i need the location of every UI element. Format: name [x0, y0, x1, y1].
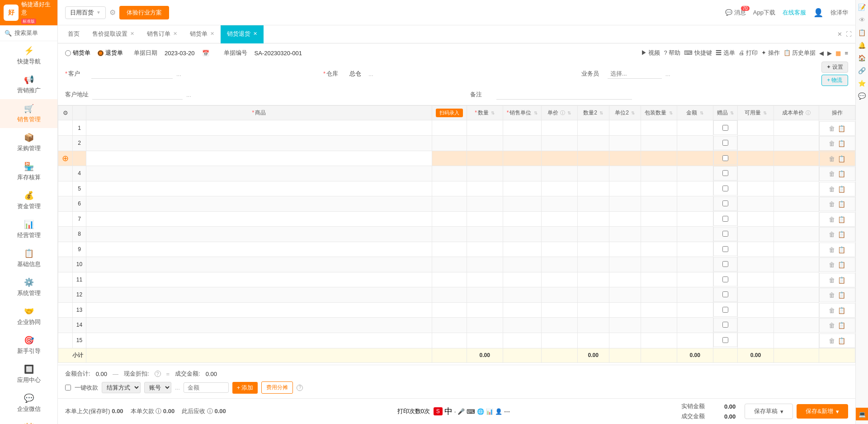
account-no-select[interactable]: 账号 [144, 382, 171, 393]
copy-icon-12[interactable]: 📋 [838, 291, 845, 299]
wuliu-button[interactable]: + 物流 [821, 75, 848, 86]
delete-icon-11[interactable]: 🗑 [829, 276, 835, 284]
sidebar-item-cooperation[interactable]: 🤝 企业协同 [0, 302, 57, 331]
gift-checkbox-12[interactable] [722, 291, 728, 297]
right-icon-5[interactable]: 🏠 [858, 54, 866, 62]
gift-checkbox-7[interactable] [722, 216, 728, 222]
sort-unit-icon[interactable]: ⇅ [534, 110, 538, 115]
trial-button[interactable]: 体验行业方案 [119, 6, 169, 19]
gift-checkbox-3[interactable] [722, 155, 728, 161]
tab-home[interactable]: 首页 [61, 25, 86, 43]
customer-input[interactable] [91, 69, 173, 79]
cost-split-button[interactable]: 费用分摊 [261, 381, 293, 394]
delete-icon-14[interactable]: 🗑 [829, 322, 835, 329]
shortcut-btn[interactable]: ⌨ 快捷键 [684, 49, 712, 57]
close-all-icon[interactable]: ✕ [837, 31, 842, 38]
customer-picker-icon[interactable]: ... [176, 71, 181, 77]
right-bottom-icon[interactable]: 💻 [856, 408, 868, 420]
video-btn[interactable]: ▶ 视频 [641, 49, 660, 57]
address-picker-icon[interactable]: ... [186, 91, 191, 98]
amount-input[interactable] [184, 382, 229, 393]
prev-icon[interactable]: ◀ [819, 50, 824, 57]
delete-icon-9[interactable]: 🗑 [829, 246, 835, 253]
radio-sale[interactable]: 销货单 [65, 49, 90, 57]
sidebar-item-finance[interactable]: 💰 资金管理 [0, 186, 57, 215]
sort-price-icon[interactable]: ⇅ [567, 110, 571, 115]
delete-icon-15[interactable]: 🗑 [829, 337, 835, 344]
one-click-checkbox[interactable] [65, 385, 71, 391]
tab-close-return[interactable]: ✕ [253, 31, 257, 37]
address-input[interactable] [92, 90, 183, 100]
copy-icon-2[interactable]: 📋 [838, 140, 845, 147]
copy-icon-13[interactable]: 📋 [838, 307, 845, 314]
select-btn[interactable]: ☰ 选单 [716, 49, 735, 57]
sidebar-item-vip[interactable]: 👑 畅会员 [0, 418, 57, 424]
sort-pkg-icon[interactable]: ⇅ [669, 110, 673, 115]
copy-icon-9[interactable]: 📋 [838, 246, 845, 253]
gift-checkbox-5[interactable] [722, 186, 728, 191]
copy-icon-11[interactable]: 📋 [838, 276, 845, 284]
delete-icon-12[interactable]: 🗑 [829, 291, 835, 299]
save-draft-button[interactable]: 保存草稿 ▾ [745, 404, 793, 419]
print-btn[interactable]: 🖨 打印 [739, 49, 758, 57]
remark-input[interactable] [496, 90, 632, 100]
sidebar-item-system[interactable]: ⚙️ 系统管理 [0, 273, 57, 302]
copy-icon-3[interactable]: 📋 [838, 155, 845, 162]
online-service-link[interactable]: 在线客服 [783, 9, 806, 17]
view-icon1[interactable]: ▦ [835, 50, 841, 57]
save-new-button[interactable]: 保存&新增 ▾ [797, 404, 848, 419]
tab-close-order[interactable]: ✕ [173, 31, 177, 37]
message-button[interactable]: 💬 消息 70 [725, 9, 746, 17]
gift-checkbox-14[interactable] [722, 322, 728, 328]
account-picker-icon[interactable]: ... [175, 384, 180, 391]
account-method-select[interactable]: 结算方式 [102, 382, 141, 393]
gift-checkbox-4[interactable] [722, 170, 728, 176]
sidebar-item-newuser[interactable]: 🎯 新手引导 [0, 331, 57, 360]
copy-icon-15[interactable]: 📋 [838, 337, 845, 344]
tab-close-sales[interactable]: ✕ [210, 31, 214, 37]
sidebar-item-marketing[interactable]: 📢 营销推广 [0, 70, 57, 99]
tab-sales-order[interactable]: 销售订单 ✕ [141, 25, 184, 43]
tab-close-price[interactable]: ✕ [130, 31, 134, 37]
staff-input[interactable] [608, 69, 662, 79]
copy-icon-5[interactable]: 📋 [838, 186, 845, 193]
tab-sales-return[interactable]: 销货退货 ✕ [221, 25, 264, 43]
sidebar-item-purchase[interactable]: 📦 采购管理 [0, 128, 57, 157]
sidebar-item-sales[interactable]: 🛒 销售管理 [0, 99, 57, 128]
warehouse-picker-icon[interactable]: ... [368, 71, 373, 77]
setting-button[interactable]: ✦ 设置 [821, 62, 848, 73]
gift-checkbox-15[interactable] [722, 337, 728, 343]
tab-sales[interactable]: 销货单 ✕ [184, 25, 221, 43]
delete-icon-1[interactable]: 🗑 [829, 125, 835, 132]
sort-qty2-icon[interactable]: ⇅ [599, 110, 603, 115]
gift-checkbox-10[interactable] [722, 261, 728, 267]
tab-price-setting[interactable]: 售价提取设置 ✕ [86, 25, 141, 43]
delete-icon-6[interactable]: 🗑 [829, 200, 835, 208]
sidebar-item-wechat[interactable]: 💬 企业微信 [0, 389, 57, 418]
maximize-icon[interactable]: ⛶ [846, 31, 852, 38]
scan-button[interactable]: 扫码录入 [436, 109, 463, 117]
staff-picker-icon[interactable]: ... [665, 71, 670, 77]
sort-qty-icon[interactable]: ⇅ [491, 110, 495, 115]
gift-checkbox-6[interactable] [722, 200, 728, 206]
add-payment-button[interactable]: + 添加 [232, 382, 258, 394]
gift-checkbox-11[interactable] [722, 276, 728, 282]
copy-icon-1[interactable]: 📋 [838, 125, 845, 132]
delete-icon-8[interactable]: 🗑 [829, 231, 835, 238]
sidebar-item-operations[interactable]: 📊 经营管理 [0, 215, 57, 244]
view-icon2[interactable]: ≡ [844, 50, 848, 57]
delete-icon-4[interactable]: 🗑 [829, 170, 835, 177]
gear-icon[interactable]: ⚙ [109, 8, 116, 17]
right-icon-3[interactable]: 📋 [858, 29, 866, 36]
sort-amount-icon[interactable]: ⇅ [700, 110, 703, 115]
sort-unit2-icon[interactable]: ⇅ [631, 110, 635, 115]
gift-checkbox-2[interactable] [722, 140, 728, 146]
sort-gift-icon[interactable]: ⇅ [730, 110, 734, 115]
sort-avail-icon[interactable]: ⇅ [763, 110, 767, 115]
sidebar-search[interactable]: 🔍 搜索菜单 [0, 25, 57, 41]
right-icon-4[interactable]: 🔔 [858, 42, 866, 49]
delete-icon-13[interactable]: 🗑 [829, 307, 835, 314]
app-download-link[interactable]: App下载 [753, 9, 775, 17]
delete-icon-2[interactable]: 🗑 [829, 140, 835, 147]
gift-checkbox-9[interactable] [722, 246, 728, 252]
